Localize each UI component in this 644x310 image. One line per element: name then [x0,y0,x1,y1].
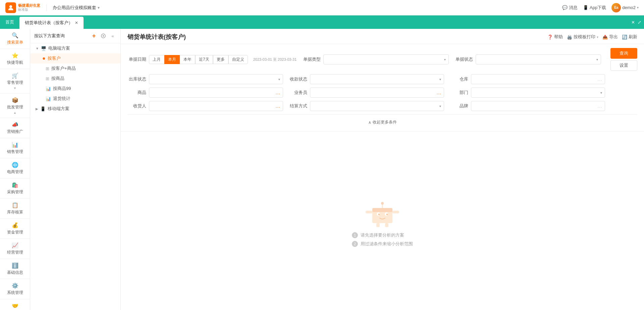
collapse-panel-btn[interactable]: « [109,32,116,40]
date-btn-custom[interactable]: 自定义 [228,55,248,64]
product-label: 商品 [127,90,146,96]
divider [46,4,47,11]
tip-text-1: 请先选择要分析的方案 [361,232,404,238]
message-btn[interactable]: 💬 消息 [562,5,578,11]
sidebar-item-wholesale[interactable]: 📦 批发管理 ▲ [0,94,30,118]
tree-item-by-product-99[interactable]: 📊 按商品99 [30,84,120,94]
receiver-select[interactable]: … [149,101,283,111]
doc-status-select[interactable]: ▾ [476,54,601,64]
print-dropdown[interactable]: ▾ [597,35,598,39]
sidebar-item-purchase[interactable]: 🛍️ 采购管理 [0,178,30,199]
sidebar-item-inventory[interactable]: 📋 库存核算 [0,199,30,219]
refresh-label: 刷新 [629,34,637,40]
warehouse-dots[interactable]: … [597,76,602,82]
brand-select[interactable]: … [471,101,605,111]
print-icon: 🖨️ [567,35,572,40]
out-status-select[interactable]: ▾ [149,74,283,84]
salesman-dots[interactable]: … [436,90,441,95]
panel-header-actions: + « [90,32,116,40]
empty-tip-2: 2 用过滤条件来缩小分析范围 [352,241,413,247]
svg-point-2 [103,35,104,37]
collapse-btn[interactable]: ∧ 收起更多条件 [363,117,402,127]
date-btn-more[interactable]: 更多 [213,55,228,64]
sidebar-item-sales[interactable]: 📊 销售管理 [0,138,30,158]
print-btn[interactable]: 🖨️ 按模板打印 ▾ [567,34,598,40]
tree-item-by-customer[interactable]: ● 按客户 [30,53,120,63]
empty-tips: 1 请先选择要分析的方案 2 用过滤条件来缩小分析范围 [352,232,413,247]
sidebar-item-ecommerce[interactable]: 🌐 电商管理 [0,158,30,178]
app-download-label: App下载 [590,5,606,11]
basic-icon: ℹ️ [12,262,18,269]
sidebar-item-basic[interactable]: ℹ️ 基础信息 [0,259,30,279]
page-title: 销货单统计表(按客户) [127,33,186,41]
date-btn-this-month[interactable]: 本月 [164,55,180,64]
user-area[interactable]: Ea demo2 ▾ [611,3,639,12]
settings-btn[interactable]: 设置 [610,60,637,71]
message-icon: 💬 [562,5,568,10]
tree-item-by-product[interactable]: ⊞ 按商品 [30,73,120,84]
settlement-label: 结算方式 [288,103,307,109]
pc-group-label: 电脑端方案 [48,45,70,51]
warehouse-select[interactable]: … [471,74,605,84]
app-download-btn[interactable]: 📱 App下载 [583,5,606,11]
maximize-icon[interactable]: ⤢ [638,20,641,25]
topbar-title[interactable]: 办公用品行业模拟账套 ▾ [53,5,100,11]
tree-group-pc[interactable]: ▼ 🖥️ 电脑端方案 [30,43,120,53]
export-btn[interactable]: 📤 导出 [602,34,618,40]
refresh-btn[interactable]: 🔄 刷新 [622,34,637,40]
tree-item-return-stat[interactable]: 📊 退货统计 [30,94,120,104]
product-dots[interactable]: … [275,90,280,95]
brand-dots[interactable]: … [597,103,602,109]
export-icon: 📤 [602,35,608,40]
svg-rect-6 [392,211,399,213]
action-buttons: 查询 设置 [610,48,637,71]
sidebar-item-search[interactable]: 🔍 搜索菜单 [0,29,30,49]
sidebar-item-system[interactable]: ⚙️ 系统管理 [0,279,30,299]
pay-status-arrow: ▾ [439,78,441,81]
out-status-label: 出库状态 [127,76,146,82]
tree-item-by-customer-product[interactable]: ⊞ 按客户+商品 [30,63,120,73]
pay-status-select[interactable]: ▾ [310,74,444,84]
query-btn[interactable]: 查询 [610,48,637,59]
tabbar: 首页 销货单统计表（按客户） ✕ ✕ ⤢ [0,15,644,29]
sidebar-item-marketing[interactable]: 📣 营销推广 [0,118,30,138]
retail-arrow: ▼ [13,87,16,90]
tree-group-mobile[interactable]: ▶ 📱 移动端方案 [30,104,120,114]
topbar-dropdown-icon[interactable]: ▾ [98,5,100,10]
page-header: 销货单统计表(按客户) ❓ 帮助 🖨️ 按模板打印 ▾ 📤 [121,29,644,44]
sidebar-item-enterprise[interactable]: 🤝 企业协同 [0,299,30,310]
close-window-icon[interactable]: ✕ [631,20,635,25]
svg-rect-13 [376,223,380,227]
product-select[interactable]: … [149,88,283,98]
salesman-select[interactable]: … [310,88,444,98]
date-btn-this-year[interactable]: 本年 [180,55,195,64]
sidebar-label-inventory: 库存核算 [7,209,23,215]
edit-scheme-btn[interactable] [100,32,107,40]
bar-icon-2: 📊 [46,96,51,101]
add-scheme-btn[interactable]: + [90,32,98,40]
pc-group-icon: 🖥️ [41,46,46,51]
tree-item-by-product-99-label: 按商品99 [53,86,71,92]
sidebar-item-quick-nav[interactable]: ⭐ 快捷导航 [0,49,30,69]
topbar: 畅捷通好生意 标准版 办公用品行业模拟账套 ▾ 💬 消息 📱 App下载 Ea [0,0,644,15]
sidebar-item-retail[interactable]: 🛒 零售管理 ▼ [0,69,30,94]
receiver-dots[interactable]: … [275,103,280,109]
department-label: 部门 [449,90,468,96]
sidebar-item-finance[interactable]: 💰 资金管理 [0,219,30,239]
settlement-select[interactable]: ▾ [310,101,444,111]
collapse-label: 收起更多条件 [373,119,397,125]
doc-type-select[interactable]: ▾ [323,54,449,64]
sidebar-item-operations[interactable]: 📈 经营管理 [0,239,30,259]
tab-sales-stat[interactable]: 销货单统计表（按客户） ✕ [19,17,84,29]
brand-label: 品牌 [449,103,468,109]
tab-sales-stat-label: 销货单统计表（按客户） [25,20,73,26]
date-btn-7days[interactable]: 近7天 [195,55,213,64]
panel-header: 按以下方案查询 + « [30,29,120,43]
tab-home[interactable]: 首页 [0,15,19,29]
help-btn[interactable]: ❓ 帮助 [547,34,563,40]
username: demo2 [622,5,636,10]
tab-close-icon[interactable]: ✕ [75,20,78,25]
doc-type-label: 单据类型 [302,56,321,62]
date-btn-last-month[interactable]: 上月 [149,55,164,64]
department-select[interactable]: ▾ [471,88,605,98]
